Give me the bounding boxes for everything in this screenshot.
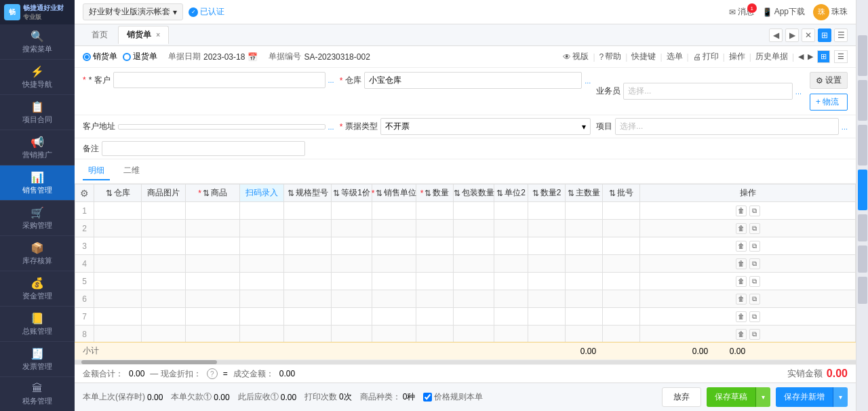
row-5-delete-btn[interactable]: 🗑 xyxy=(736,276,747,287)
sidebar-item-销售管理[interactable]: 📊销售管理 xyxy=(0,165,75,201)
row-3-unit2[interactable] xyxy=(494,237,528,255)
save-new-arrow-btn[interactable]: ▾ xyxy=(833,387,848,407)
row-4-qty[interactable] xyxy=(416,255,454,273)
row-4-unit2[interactable] xyxy=(494,255,528,273)
user-menu[interactable]: 珠 珠珠 xyxy=(813,4,848,20)
sidebar-item-采购管理[interactable]: 🛒采购管理 xyxy=(0,201,75,236)
col-spec[interactable]: ⇅规格型号 xyxy=(284,184,332,202)
price-standard-checkbox[interactable] xyxy=(423,393,432,402)
row-8-price1[interactable] xyxy=(332,326,372,342)
right-panel-btn-3[interactable] xyxy=(858,125,867,165)
invoice-select[interactable]: 不开票 ▾ xyxy=(380,118,591,135)
row-6-main-qty[interactable] xyxy=(566,290,603,308)
row-3-main-qty[interactable] xyxy=(566,237,603,255)
sidebar-item-资金管理[interactable]: 💰资金管理 xyxy=(0,271,75,307)
row-1-pack-qty[interactable] xyxy=(454,202,494,220)
col-settings[interactable]: ⚙ xyxy=(75,184,94,202)
row-8-batch[interactable] xyxy=(603,326,640,342)
row-5-unit2[interactable] xyxy=(494,273,528,290)
row-3-warehouse[interactable] xyxy=(94,237,142,255)
tab-close-icon[interactable]: × xyxy=(156,31,160,39)
print-btn[interactable]: 🖨 打印 xyxy=(693,51,719,62)
row-1-qty2[interactable] xyxy=(528,202,566,220)
row-1-sales-unit[interactable] xyxy=(372,202,416,220)
row-5-spec[interactable] xyxy=(284,273,332,290)
customer-input[interactable] xyxy=(113,72,326,88)
row-8-product[interactable] xyxy=(186,326,240,342)
row-2-warehouse[interactable] xyxy=(94,220,142,237)
row-7-copy-btn[interactable]: ⧉ xyxy=(749,311,760,322)
address-input[interactable] xyxy=(118,124,326,130)
row-1-main-qty[interactable] xyxy=(566,202,603,220)
row-1-product[interactable] xyxy=(186,202,240,220)
message-btn[interactable]: ✉ 1 消息 xyxy=(729,6,754,18)
row-1-price1[interactable] xyxy=(332,202,372,220)
row-7-scan[interactable] xyxy=(240,308,284,326)
sidebar-item-快捷导航[interactable]: ⚡快捷导航 xyxy=(0,60,75,95)
row-1-batch[interactable] xyxy=(603,202,640,220)
sidebar-item-总账管理[interactable]: 📒总账管理 xyxy=(0,307,75,342)
remark-input[interactable] xyxy=(102,141,305,156)
sidebar-item-库存核算[interactable]: 📦库存核算 xyxy=(0,236,75,271)
row-8-copy-btn[interactable]: ⧉ xyxy=(749,329,760,340)
row-8-pack-qty[interactable] xyxy=(454,326,494,342)
row-3-batch[interactable] xyxy=(603,237,640,255)
row-3-pack-qty[interactable] xyxy=(454,237,494,255)
nav-next-btn[interactable]: ▶ xyxy=(808,52,813,61)
row-8-warehouse[interactable] xyxy=(94,326,142,342)
row-1-image[interactable] xyxy=(142,202,186,220)
col-warehouse[interactable]: ⇅仓库 xyxy=(94,184,142,202)
save-new-btn[interactable]: 保存并新增 xyxy=(776,387,833,407)
col-qty[interactable]: *⇅数量 xyxy=(416,184,454,202)
history-btn[interactable]: 历史单据 xyxy=(755,51,788,62)
row-6-copy-btn[interactable]: ⧉ xyxy=(749,294,760,305)
row-6-product[interactable] xyxy=(186,290,240,308)
row-4-delete-btn[interactable]: 🗑 xyxy=(736,258,747,269)
row-7-delete-btn[interactable]: 🗑 xyxy=(736,311,747,322)
warehouse-ellipsis-btn[interactable]: ... xyxy=(585,77,591,85)
tab-sales-order[interactable]: 销货单 × xyxy=(118,26,169,44)
row-7-sales-unit[interactable] xyxy=(372,308,416,326)
row-2-image[interactable] xyxy=(142,220,186,237)
row-4-pack-qty[interactable] xyxy=(454,255,494,273)
view-btn[interactable]: 👁 视版 xyxy=(563,51,589,62)
row-1-unit2[interactable] xyxy=(494,202,528,220)
col-main-qty[interactable]: ⇅主数量 xyxy=(566,184,603,202)
row-3-image[interactable] xyxy=(142,237,186,255)
tab-prev-btn[interactable]: ◀ xyxy=(769,28,783,42)
row-2-price1[interactable] xyxy=(332,220,372,237)
row-3-qty[interactable] xyxy=(416,237,454,255)
row-1-delete-btn[interactable]: 🗑 xyxy=(736,206,747,216)
row-3-spec[interactable] xyxy=(284,237,332,255)
right-panel-btn-1[interactable] xyxy=(858,35,867,76)
row-7-pack-qty[interactable] xyxy=(454,308,494,326)
salesperson-ellipsis-btn[interactable]: ... xyxy=(795,87,802,96)
row-1-qty[interactable] xyxy=(416,202,454,220)
row-4-copy-btn[interactable]: ⧉ xyxy=(749,258,760,269)
row-5-product[interactable] xyxy=(186,273,240,290)
row-6-qty[interactable] xyxy=(416,290,454,308)
logistics-btn[interactable]: + 物流 xyxy=(810,94,848,111)
col-pack-qty[interactable]: ⇅包装数量 xyxy=(454,184,494,202)
row-7-product[interactable] xyxy=(186,308,240,326)
row-5-qty[interactable] xyxy=(416,273,454,290)
app-download-btn[interactable]: 📱 App下载 xyxy=(762,6,805,18)
radio-sales[interactable]: 销货单 xyxy=(83,51,117,62)
row-2-spec[interactable] xyxy=(284,220,332,237)
col-unit2[interactable]: ⇅单位2 xyxy=(494,184,528,202)
save-draft-arrow-btn[interactable]: ▾ xyxy=(755,387,770,407)
sidebar-item-税务管理[interactable]: 🏛税务管理 xyxy=(0,377,75,411)
row-3-sales-unit[interactable] xyxy=(372,237,416,255)
row-1-copy-btn[interactable]: ⧉ xyxy=(749,206,760,216)
row-8-sales-unit[interactable] xyxy=(372,326,416,342)
tab-next-btn[interactable]: ▶ xyxy=(785,28,799,42)
row-6-price1[interactable] xyxy=(332,290,372,308)
address-ellipsis-btn[interactable]: ... xyxy=(328,123,334,131)
row-4-spec[interactable] xyxy=(284,255,332,273)
row-6-scan[interactable] xyxy=(240,290,284,308)
row-5-scan[interactable] xyxy=(240,273,284,290)
project-input[interactable]: 选择... xyxy=(615,118,839,135)
tab-list-view-btn[interactable]: ☰ xyxy=(834,28,848,42)
radio-return[interactable]: 退货单 xyxy=(123,51,157,62)
row-4-batch[interactable] xyxy=(603,255,640,273)
